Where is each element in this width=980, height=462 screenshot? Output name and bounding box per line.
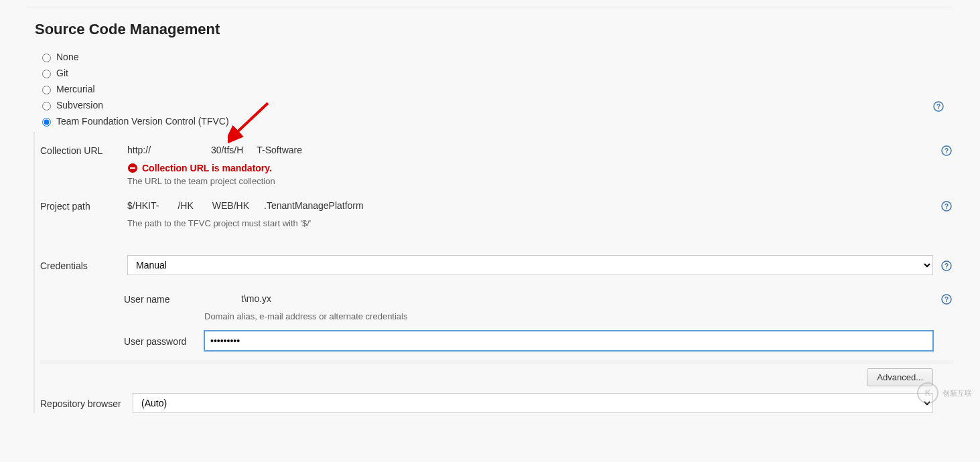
watermark-text: 创新互联 [942,388,972,398]
label-repository-browser: Repository browser [40,393,133,409]
error-icon [127,163,138,173]
scm-option-tfvc[interactable]: Team Foundation Version Control (TFVC) [39,116,953,127]
svg-text:?: ? [944,262,949,270]
watermark-logo-icon: K [917,382,938,404]
user-name-help: Domain alias, e-mail address or alternat… [204,311,933,321]
scm-radio-none[interactable] [42,54,51,62]
label-credentials: Credentials [40,255,127,271]
help-icon[interactable]: ? [941,145,952,156]
user-password-input[interactable] [204,331,933,351]
collection-url-text: T-Software [257,145,302,155]
scm-label-git: Git [56,68,68,78]
scm-option-git[interactable]: Git [39,68,953,78]
project-path-text: /HK [178,200,193,211]
scm-option-mercurial[interactable]: Mercurial [39,84,953,94]
project-path-help: The path to the TFVC project must start … [127,218,933,228]
help-icon[interactable]: ? [941,201,952,212]
help-icon[interactable]: ? [933,101,944,112]
project-path-text: WEB/HK [212,200,249,211]
user-name-text: t\mo.yx [241,293,271,304]
scm-option-subversion[interactable]: Subversion [39,100,953,110]
svg-text:?: ? [944,296,949,303]
scm-option-none[interactable]: None [39,52,953,62]
svg-text:?: ? [936,103,940,110]
label-user-password: User password [124,331,204,347]
collection-url-text: http:// [127,145,151,155]
svg-rect-4 [130,167,135,169]
collection-url-help: The URL to the team project collection [127,176,933,186]
scm-label-none: None [56,52,78,62]
svg-text:?: ? [944,147,949,155]
scm-radio-mercurial[interactable] [42,86,51,94]
label-collection-url: Collection URL [40,140,127,156]
scm-label-subversion: Subversion [56,100,103,110]
section-title-scm: Source Code Management [35,21,953,38]
scm-radio-git[interactable] [42,70,51,78]
scm-radio-subversion[interactable] [42,102,51,110]
scm-label-mercurial: Mercurial [56,84,95,94]
collection-url-text: 30/tfs/H [211,145,243,155]
repository-browser-select[interactable]: (Auto) [133,393,933,413]
label-user-name: User name [124,289,204,305]
watermark: K 创新互联 [917,382,972,404]
project-path-text: $/HKIT- [127,200,159,211]
svg-text:?: ? [944,203,949,210]
credentials-select[interactable]: Manual [127,255,933,275]
project-path-text: .TenantManagePlatform [264,200,364,211]
scm-label-tfvc: Team Foundation Version Control (TFVC) [56,116,229,127]
help-icon[interactable]: ? [941,260,952,271]
help-icon[interactable]: ? [941,294,952,305]
label-project-path: Project path [40,196,127,212]
scm-radio-tfvc[interactable] [42,118,51,127]
collection-url-error: Collection URL is mandatory. [127,163,933,173]
